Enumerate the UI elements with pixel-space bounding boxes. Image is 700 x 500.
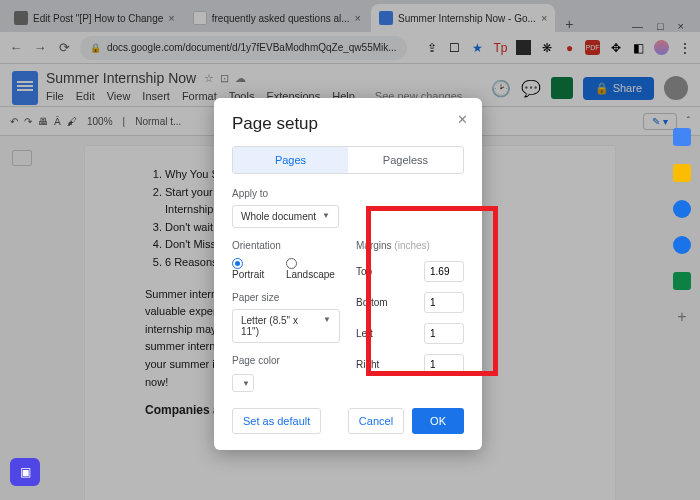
chevron-down-icon: ▼ (242, 379, 250, 388)
paper-size-label: Paper size (232, 292, 340, 303)
ok-button[interactable]: OK (412, 408, 464, 434)
margin-left-input[interactable] (424, 323, 464, 344)
page-color-label: Page color (232, 355, 340, 366)
meet-fab-icon[interactable]: ▣ (10, 458, 40, 486)
calendar-icon[interactable] (673, 128, 691, 146)
set-default-button[interactable]: Set as default (232, 408, 321, 434)
page-setup-dialog: Page setup ✕ Pages Pageless Apply to Who… (214, 98, 482, 450)
keep-icon[interactable] (673, 164, 691, 182)
margin-right-input[interactable] (424, 354, 464, 375)
margin-bottom-input[interactable] (424, 292, 464, 313)
chevron-down-icon: ▼ (322, 211, 330, 222)
margin-top-label: Top (356, 266, 372, 277)
apply-to-label: Apply to (232, 188, 464, 199)
page-color-select[interactable]: ▼ (232, 374, 254, 392)
margin-left-label: Left (356, 328, 373, 339)
paper-size-select[interactable]: Letter (8.5" x 11") ▼ (232, 309, 340, 343)
tab-pages[interactable]: Pages (233, 147, 348, 173)
contacts-icon[interactable] (673, 236, 691, 254)
maps-icon[interactable] (673, 272, 691, 290)
margin-top-input[interactable] (424, 261, 464, 282)
add-addon-icon[interactable]: + (677, 308, 686, 326)
margins-label: Margins (inches) (356, 240, 464, 251)
close-icon[interactable]: ✕ (457, 112, 468, 127)
chevron-down-icon: ▼ (323, 315, 331, 337)
side-panel: + (668, 128, 696, 326)
tab-pageless[interactable]: Pageless (348, 147, 463, 173)
margin-bottom-label: Bottom (356, 297, 388, 308)
orientation-portrait[interactable]: Portrait (232, 257, 272, 280)
tasks-icon[interactable] (673, 200, 691, 218)
apply-to-select[interactable]: Whole document ▼ (232, 205, 339, 228)
cancel-button[interactable]: Cancel (348, 408, 404, 434)
orientation-landscape[interactable]: Landscape (286, 257, 340, 280)
orientation-label: Orientation (232, 240, 340, 251)
dialog-title: Page setup (232, 114, 464, 134)
margin-right-label: Right (356, 359, 379, 370)
